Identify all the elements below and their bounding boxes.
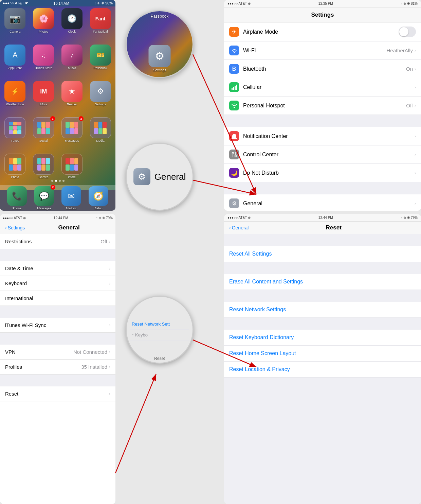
dock-safari-label: Safari [94,207,103,210]
date-time-label: Date & Time [5,265,33,271]
restrictions-item[interactable]: Restrictions Off › [0,234,115,249]
reset-network-settings-label: Reset Network Settings [229,307,286,312]
bluetooth-label: Bluetooth [243,66,406,72]
reset-zoom-circle: Reset Network Sett ↑ Keybo Reset [126,296,194,364]
folder-social[interactable]: 1 Social [30,117,57,152]
international-item[interactable]: International [0,291,115,306]
profiles-value-text: 35 Installed [81,364,107,370]
hotspot-row[interactable]: Personal Hotspot Off › [224,97,421,115]
general-back-chevron-icon: ‹ [229,225,231,230]
dock-mailbox[interactable]: ✉ Mailbox [61,186,81,210]
profiles-item[interactable]: Profiles 35 Installed › [0,360,115,375]
reset-label: Reset [5,391,18,397]
reset-item[interactable]: Reset › [0,386,115,401]
bluetooth-row[interactable]: B Bluetooth On › [224,60,421,78]
restrictions-chevron-icon: › [109,239,110,244]
app-music[interactable]: ♪ Music [59,45,86,79]
app-passbook-label: Passbook [94,66,107,70]
app-fantastical[interactable]: Fant Fantastical [87,8,114,43]
dock-phone[interactable]: 📞 Phone [7,186,27,210]
general-row[interactable]: ⚙ General › [224,194,421,211]
app-reeder[interactable]: ★ Reeder [59,81,86,116]
control-center-row[interactable]: Control Center › [224,145,421,164]
app-camera[interactable]: 📷 Camera [2,8,29,43]
vpn-item[interactable]: VPN Not Connected › [0,345,115,360]
reset-settings-screen: ●●●○○ AT&T ⊕ 12:44 PM ↑ ⊕ ❋ 79% ‹ Genera… [224,214,421,504]
camera-icon: 📷 [4,8,25,29]
app-imore[interactable]: iM iMore [30,81,57,116]
dock-phone-label: Phone [13,207,21,210]
app-photos[interactable]: 🌸 Photos [30,8,57,43]
folder-messages[interactable]: 2 Messages [59,117,86,152]
reeder-icon: ★ [61,81,83,102]
general-back-label: General [232,225,249,230]
airplane-mode-row[interactable]: ✈ Airplane Mode [224,22,421,41]
music-icon: ♪ [61,45,83,66]
itunes-wifi-sync-item[interactable]: iTunes Wi-Fi Sync › [0,318,115,333]
phone-dock-icon: 📞 [7,186,27,206]
general-zoom-icon: ⚙ [133,168,150,185]
app-appstore-label: App Store [8,66,22,70]
cellular-row[interactable]: Cellular › [224,78,421,97]
app-music-label: Music [68,66,76,70]
app-passbook[interactable]: 🎫 Passbook [87,45,114,79]
reset-location-privacy-item[interactable]: Reset Location & Privacy [224,362,421,378]
reset-home-screen-item[interactable]: Reset Home Screen Layout [224,346,421,362]
bluetooth-icon: B [229,64,239,74]
general-zoom-content: ⚙ General [127,161,193,192]
app-weatherline[interactable]: ⚡ Weather Line [2,81,29,116]
cellular-label: Cellular [243,84,415,90]
general-back-button[interactable]: ‹ General [229,225,249,230]
reset-all-settings-item[interactable]: Reset All Settings [224,246,421,262]
notification-center-row[interactable]: Notification Center › [224,127,421,145]
app-clock[interactable]: 🕐 Clock [59,8,86,43]
date-time-item[interactable]: Date & Time › [0,261,115,276]
wifi-row[interactable]: Wi-Fi HeatherAlly › [224,41,421,60]
dock-messages[interactable]: 💬 2 Messages [34,186,54,210]
dock-safari[interactable]: 🧭 Safari [89,186,108,210]
do-not-disturb-icon: 🌙 [229,168,239,178]
reset-network-zoom-label: Reset Network Sett [130,319,189,330]
weatherline-icon: ⚡ [4,81,25,102]
imore2-folder-icon [61,154,83,175]
app-settings[interactable]: ⚙ Settings [87,81,114,116]
reset-keyboard-dictionary-item[interactable]: Reset Keyboard Dictionary [224,330,421,346]
reset-zoom-content: Reset Network Sett ↑ Keybo [127,319,193,341]
general-zoom-label: General [154,172,186,182]
settings-zoom-circle-container: Passbook ⚙ Settings [126,10,194,78]
do-not-disturb-chevron-icon: › [415,171,416,175]
cellular-chevron-icon: › [415,85,416,90]
reset-right: › [109,392,110,396]
folder-faves[interactable]: Faves [2,117,29,152]
app-itunes[interactable]: ♫ iTunes Store [30,45,57,79]
control-center-label: Control Center [243,152,415,158]
reset-location-privacy-label: Reset Location & Privacy [229,366,290,372]
reset-home-screen-label: Reset Home Screen Layout [229,350,296,356]
svg-point-6 [235,155,236,157]
hotspot-chevron-icon: › [415,103,416,108]
date-time-chevron-icon: › [109,266,110,271]
keyboard-item[interactable]: Keyboard › [0,276,115,291]
back-chevron-icon: ‹ [5,225,7,230]
do-not-disturb-row[interactable]: 🌙 Do Not Disturb › [224,164,421,182]
app-photos-label: Photos [39,30,48,33]
settings-back-button[interactable]: ‹ Settings [5,225,25,230]
erase-all-content-item[interactable]: Erase All Content and Settings [224,274,421,290]
reset-status-bar: ●●●○○ AT&T ⊕ 12:44 PM ↑ ⊕ ❋ 79% [224,214,421,222]
safari-dock-icon: 🧭 [89,186,108,206]
settings-status-bar: ●●●○○ AT&T ⊕ 12:35 PM ↑ ⊕ ❋ 81% [224,0,421,7]
notification-chevron-icon: › [415,134,416,139]
app-appstore[interactable]: A App Store [2,45,29,79]
reset-network-settings-item[interactable]: Reset Network Settings [224,302,421,318]
clock-icon: 🕐 [61,8,83,29]
reset-section-gap-3 [224,318,421,330]
carrier-signal: ●●●○○ AT&T ☛ [3,1,29,5]
international-label: International [5,295,33,301]
airplane-mode-toggle[interactable] [399,27,416,37]
folder-media[interactable]: Media [87,117,114,152]
settings-zoom-icon: ⚙ Settings [149,45,171,72]
social-folder-icon: 1 [33,117,54,138]
reset-section-gap-2 [224,290,421,302]
settings-zoom-circle: Passbook ⚙ Settings [126,10,194,78]
page-dots [0,178,115,184]
